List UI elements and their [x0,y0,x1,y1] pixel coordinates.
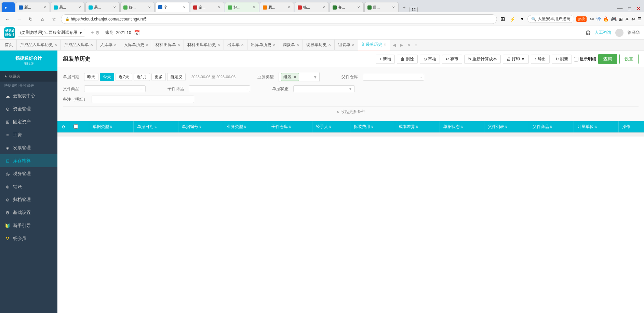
remark-input[interactable] [92,96,194,103]
show-detail-checkbox[interactable]: 显示明细 [574,56,596,62]
browser-tab-logo[interactable]: ● [1,2,15,12]
home-button[interactable]: ⌂ [38,14,47,24]
tab-close[interactable]: ✕ [43,5,47,10]
translate-icon[interactable]: 译 [596,16,601,22]
nav-tab-11-close[interactable]: ✕ [352,43,354,47]
nav-tab-3-close[interactable]: ✕ [114,43,117,47]
calendar-icon[interactable]: 📅 [134,30,140,35]
settings-button[interactable]: 设置 [619,54,639,64]
child-item-input[interactable]: ··· [189,85,250,92]
nav-tab-4-close[interactable]: ✕ [146,43,148,47]
company-selector[interactable]: (勿删勿禁用) 江西服宝测试专用 ▼ [18,29,85,37]
nav-tab-6[interactable]: 材料出库单历史 ✕ [184,40,224,51]
browser-tab-9[interactable]: 畅... ✕ [295,2,329,12]
sidebar-item-fund[interactable]: ⊙ 资金管理 [0,102,57,115]
browser-tab-5[interactable]: 个... ✕ [155,2,189,12]
lightning-icon[interactable]: ⚡ [508,16,517,23]
tab-close[interactable]: ✕ [391,5,395,10]
tab-prev-arrow[interactable]: ◀ [391,42,397,48]
browser-tab-4[interactable]: 好... ✕ [120,2,155,12]
tab-next-arrow[interactable]: ▶ [399,42,404,48]
back-button[interactable]: ← [3,14,12,24]
select-all-checkbox[interactable] [73,124,78,129]
parent-warehouse-input[interactable]: ··· [363,74,424,81]
sidebar-item-fixed-assets[interactable]: ⊞ 固定资产 [0,115,57,128]
nav-tab-7-close[interactable]: ✕ [241,43,244,47]
print-button[interactable]: 🖨 打印 ▼ [503,55,529,64]
settings-gear-icon[interactable]: ⚙ [95,30,100,35]
refresh-button[interactable]: ↻ 刷新 [552,55,572,64]
menu-icon[interactable]: ≡ [638,15,641,23]
th-child-warehouse[interactable]: 子件仓库 ⇅ [268,121,312,132]
nav-tab-12[interactable]: 组装单历史 ✕ [358,40,390,51]
browser-tab-6[interactable]: 企... ✕ [190,2,224,12]
browser-tab-1[interactable]: 新... ✕ [16,2,50,12]
tab-close[interactable]: ✕ [357,5,361,10]
abandon-button[interactable]: ↩ 弃审 [442,55,462,64]
collapse-bar[interactable]: ∧ 收起更多条件 [63,106,639,117]
bill-status-select[interactable]: ▼ [293,85,355,92]
sidebar-item-basic-settings[interactable]: ⚙ 基础设置 [0,206,57,219]
tab-close[interactable]: ✕ [78,5,82,10]
th-business-type[interactable]: 业务类型 ⇅ [223,121,268,132]
nav-tab-2-close[interactable]: ✕ [90,43,93,47]
sidebar-item-checkout[interactable]: ⊕ 结账 [0,180,57,193]
sidebar-item-member[interactable]: V 畅会员 [0,232,57,245]
browser-tab-7[interactable]: 好... ✕ [225,2,259,12]
date-btn-7days[interactable]: 近7天 [116,73,132,81]
browser-tab-8[interactable]: 腾... ✕ [260,2,294,12]
bookmark-button[interactable]: ☆ [49,14,59,24]
nav-tab-8-close[interactable]: ✕ [273,43,276,47]
tab-close[interactable]: ✕ [147,5,151,10]
quick-open-favorites[interactable]: 快捷键打开收藏夹 [0,82,57,89]
th-bill-no[interactable]: 单据编号 ⇅ [178,121,223,132]
th-disassemble-fee[interactable]: 拆装费用 ⇅ [350,121,395,132]
sidebar-item-invoice[interactable]: ◈ 发票管理 [0,141,57,154]
nav-tab-9[interactable]: 调拨单 ✕ [279,40,303,51]
th-bill-date[interactable]: 单据日期 ⇅ [134,121,178,132]
new-button[interactable]: + 新增 [376,55,395,64]
business-type-select[interactable]: 组装 ✕ ▼ [279,72,320,82]
sidebar-item-tax[interactable]: ◎ 税务管理 [0,167,57,180]
sidebar-item-payroll[interactable]: ≡ 工资 [0,128,57,141]
flame-icon[interactable]: 🔥 [603,16,609,22]
maximize-button[interactable]: □ [626,5,633,12]
nav-tab-10-close[interactable]: ✕ [328,43,331,47]
browser-tab-3[interactable]: 易... ✕ [85,2,120,12]
nav-tab-3[interactable]: 入库单 ✕ [97,40,120,51]
th-checkbox[interactable] [70,121,89,132]
tab-menu-icon[interactable]: ≡ [413,42,418,48]
nav-tab-8[interactable]: 出库单历史 ✕ [247,40,279,51]
nav-tab-9-close[interactable]: ✕ [296,43,299,47]
nav-tab-5-close[interactable]: ✕ [177,43,180,47]
parent-item-input[interactable]: ··· [84,85,146,92]
tab-close[interactable]: ✕ [322,5,326,10]
th-gear[interactable]: ⚙ [57,121,70,132]
business-tag-close[interactable]: ✕ [293,75,297,80]
undo-icon[interactable]: ↩ [631,16,635,22]
sidebar-item-guide[interactable]: 🔰 新手引导 [0,219,57,232]
nav-tab-1[interactable]: 产成品入库单历史 ✕ [17,40,61,51]
date-btn-today[interactable]: 今天 [100,73,114,81]
th-bill-type[interactable]: 单据类型 ⇅ [89,121,134,132]
grid-icon[interactable]: ⊞ [619,16,623,22]
browser-tab-11[interactable]: 目... ✕ [364,2,399,12]
nav-tab-4[interactable]: 入库单历史 ✕ [120,40,152,51]
delete-button[interactable]: 🗑 删除 [397,55,418,64]
sidebar-item-archive[interactable]: ⊘ 归档管理 [0,193,57,206]
th-parent-list[interactable]: 父件列表 ⇅ [484,121,529,132]
nav-tab-6-close[interactable]: ✕ [217,43,220,47]
add-icon[interactable]: + [91,30,94,36]
qr-code-icon[interactable]: ⊞ [499,15,506,23]
date-btn-custom[interactable]: 自定义 [167,73,186,81]
recalc-button[interactable]: ↻ 重新计算成本 [464,55,501,64]
tab-close[interactable]: ✕ [252,5,256,10]
tab-close[interactable]: ✕ [287,5,291,10]
dropdown-arrow[interactable]: ▼ [519,16,526,22]
consult-label[interactable]: 人工咨询 [595,30,611,35]
search-bar[interactable]: 🔍 大量安卓用户逃离 [527,15,574,23]
th-unit[interactable]: 计量单位 ⇅ [574,121,618,132]
new-tab-button[interactable]: + [399,3,409,12]
sidebar-favorites[interactable]: ★ 收藏夹 [0,71,57,82]
tab-close[interactable]: ✕ [182,5,186,10]
